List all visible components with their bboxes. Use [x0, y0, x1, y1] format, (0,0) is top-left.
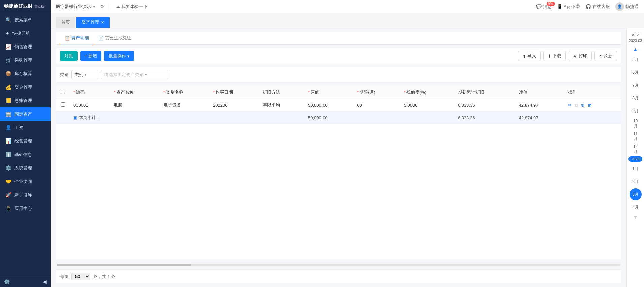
category-label: 类别	[60, 72, 69, 78]
sidebar-item-operations[interactable]: 📊 经营管理	[0, 134, 51, 148]
company-name: 医疗器械行业演示	[56, 4, 91, 10]
experience-link[interactable]: ☁ 我要体验一下	[116, 4, 148, 10]
category-select[interactable]: 请选择固定资产类别 ▾	[101, 70, 168, 79]
timeline-month-jul[interactable]: 7月	[630, 79, 642, 91]
timeline-month-jun[interactable]: 6月	[630, 66, 642, 78]
panel-close-icon[interactable]: ✕	[631, 32, 635, 37]
sidebar-item-label: 销售管理	[14, 44, 32, 50]
row-checkbox-cell[interactable]	[56, 99, 69, 111]
page-size-select[interactable]: 50 10 20 100	[71, 273, 90, 280]
subtab-change-voucher-label: 变更生成凭证	[105, 35, 131, 41]
subtab-asset-detail-label: 资产明细	[71, 35, 89, 41]
copy-icon[interactable]: ⧉	[575, 102, 578, 108]
collapse-icon[interactable]: ◀	[43, 279, 47, 284]
sidebar-item-label: 库存核算	[14, 71, 32, 77]
timeline-month-may[interactable]: 5月	[630, 54, 642, 66]
tab-asset-management[interactable]: 资产管理 ✕	[76, 17, 110, 28]
tab-asset-label: 资产管理	[82, 19, 99, 25]
user-name: 畅捷通	[625, 4, 639, 10]
timeline-month-mar[interactable]: 3月	[630, 188, 642, 200]
sidebar-bottom: ⚙️ ◀	[0, 276, 51, 287]
logo-text: 畅捷通好业财	[4, 3, 32, 9]
reconcile-button[interactable]: 对账	[60, 51, 78, 61]
right-panel: ✕ ⤢ 2023.03 ▲ 5月 6月 7月 8月 9月 10月 11月 12月	[626, 28, 644, 287]
batch-button[interactable]: 批量操作 ▾	[104, 51, 134, 61]
new-button[interactable]: + 新增	[80, 51, 101, 61]
timeline-month-jan[interactable]: 1月	[630, 163, 642, 175]
select-all-checkbox[interactable]	[61, 90, 65, 94]
delete-icon[interactable]: 🗑	[587, 102, 592, 108]
import-button[interactable]: ⬆ 导入	[518, 51, 541, 61]
timeline-month-sep[interactable]: 9月	[630, 105, 642, 117]
duplicate-icon[interactable]: ⊕	[581, 102, 585, 108]
sidebar-item-label: 快捷导航	[12, 30, 30, 36]
base-info-icon: ℹ️	[5, 152, 12, 158]
sidebar-item-payroll[interactable]: 👤 工资	[0, 121, 51, 134]
sidebar-item-enterprise[interactable]: 🤝 企业协同	[0, 175, 51, 188]
sidebar-item-label: 总账管理	[14, 98, 32, 104]
panel-expand-icon[interactable]: ⤢	[636, 32, 640, 37]
sidebar-item-app-center[interactable]: 📱 应用中心	[0, 202, 51, 215]
col-residual-rate: *残值率(%)	[400, 86, 454, 99]
subtotal-empty-4	[564, 111, 621, 124]
refresh-button[interactable]: ↻ 刷新	[594, 51, 617, 61]
timeline-up-icon[interactable]: ▲	[632, 46, 639, 53]
app-download-btn[interactable]: 📱 App下载	[557, 4, 580, 10]
sidebar-item-base-info[interactable]: ℹ️ 基础信息	[0, 148, 51, 161]
system-icon: ⚙️	[5, 165, 12, 171]
sidebar-item-label: 新手引导	[14, 192, 32, 198]
subtab-change-voucher[interactable]: 📄 变更生成凭证	[94, 32, 136, 44]
sidebar-item-search[interactable]: 🔍 搜索菜单	[0, 13, 51, 27]
tab-close-icon[interactable]: ✕	[101, 20, 104, 25]
topbar-right: 💬 消息 99+ 📱 App下载 🎧 在线客服 👤 畅捷通	[536, 2, 639, 11]
category-type-select[interactable]: 类别 ▾	[71, 70, 98, 79]
sidebar-item-sales[interactable]: 📈 销售管理	[0, 40, 51, 54]
timeline-month-dec[interactable]: 12月	[630, 143, 642, 155]
subtotal-empty-2	[353, 111, 400, 124]
subtab-asset-detail[interactable]: 📋 资产明细	[60, 32, 94, 44]
company-selector[interactable]: 医疗器械行业演示 ▼	[56, 4, 96, 10]
user-profile[interactable]: 👤 畅捷通	[615, 2, 639, 11]
operations-icon: 📊	[5, 138, 12, 144]
sidebar-item-inventory[interactable]: 📦 库存核算	[0, 67, 51, 81]
cell-accumulated-depreciation: 6,333.36	[454, 99, 515, 111]
download-button[interactable]: ⬇ 下载	[543, 51, 566, 61]
select-all-col[interactable]	[56, 86, 69, 99]
sidebar-item-label: 应用中心	[14, 205, 32, 212]
sidebar-item-fixed-assets[interactable]: 🏢 固定资产	[0, 107, 51, 121]
tab-home-label: 首页	[61, 19, 70, 25]
subtotal-icon: ▣	[73, 115, 77, 120]
company-settings-icon[interactable]: ⚙	[100, 4, 104, 9]
timeline-down-icon[interactable]: ▼	[632, 214, 639, 221]
timeline-month-feb[interactable]: 2月	[630, 176, 642, 188]
settings-icon[interactable]: ⚙️	[4, 279, 10, 284]
timeline-month-oct[interactable]: 10月	[630, 118, 642, 130]
panel-header: ✕ ⤢ 2023.03	[627, 30, 644, 44]
sidebar-item-ledger[interactable]: 📒 总账管理	[0, 94, 51, 107]
timeline-month-nov[interactable]: 11月	[630, 130, 642, 142]
tab-home[interactable]: 首页	[56, 17, 75, 28]
sidebar-item-funds[interactable]: 💰 资金管理	[0, 81, 51, 94]
message-btn[interactable]: 💬 消息 99+	[536, 4, 552, 10]
toolbar: 对账 + 新增 批量操作 ▾ ⬆ 导入 ⬇ 下载	[56, 48, 621, 64]
timeline-month-apr[interactable]: 4月	[630, 201, 642, 213]
funds-icon: 💰	[5, 84, 12, 90]
row-checkbox[interactable]	[61, 102, 65, 107]
print-button[interactable]: 🖨 打印	[569, 51, 592, 61]
sidebar-item-purchase[interactable]: 🛒 采购管理	[0, 54, 51, 67]
sidebar-item-quick-nav[interactable]: ⊞ 快捷导航	[0, 27, 51, 40]
scroll-track	[57, 264, 620, 266]
scroll-thumb[interactable]	[57, 264, 191, 266]
sidebar-item-guide[interactable]: 🚀 新手引导	[0, 188, 51, 202]
online-service-btn[interactable]: 🎧 在线客服	[586, 4, 610, 10]
timeline-prev-year: ▲ 5月 6月 7月 8月 9月 10月 11月 12月	[627, 46, 644, 156]
edit-icon[interactable]: ✏	[568, 102, 572, 108]
subtotal-empty-1	[56, 111, 69, 124]
timeline-month-aug[interactable]: 8月	[630, 92, 642, 104]
print-icon: 🖨	[573, 54, 577, 59]
content-main: 📋 资产明细 📄 变更生成凭证 对账 + 新增 批量操作 ▾	[51, 28, 626, 287]
panel-controls: ✕ ⤢	[630, 31, 641, 39]
sidebar-item-system[interactable]: ⚙️ 系统管理	[0, 161, 51, 175]
horizontal-scrollbar[interactable]	[56, 263, 621, 266]
content-area: 📋 资产明细 📄 变更生成凭证 对账 + 新增 批量操作 ▾	[51, 28, 644, 287]
